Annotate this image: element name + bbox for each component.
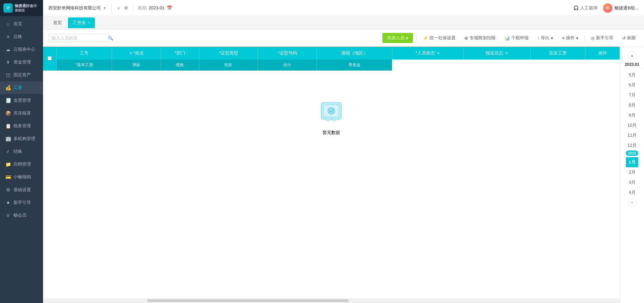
topbar: 西安虾米网络科技有限公司 ▼ ＋ ⚙ 账期 2023-01 📅 🎧 人工咨询 畅… (43, 0, 644, 16)
deduct-icon: ⊕ (464, 36, 468, 41)
separator-2 (584, 35, 585, 41)
sidebar-item-首页[interactable]: ⌂首页 (0, 17, 43, 30)
th-subsidy: 津贴 (112, 59, 161, 71)
empty-text: 暂无数据 (323, 130, 340, 136)
add-person-btn[interactable]: 添加人员 ▾ (382, 33, 413, 43)
month-item-5月[interactable]: 5月 (626, 70, 638, 80)
sidebar-item-多机构管理[interactable]: 🏢多机构管理 (0, 132, 43, 145)
content-area: 🔍 添加人员 ▾ ⚡ 统一社保设置 ⊕ 专项附加扣除 📊 个税申 (43, 30, 644, 303)
scroll-down-btn[interactable]: ▼ (628, 199, 636, 207)
plus-icon: ＋ (116, 5, 121, 11)
sidebar-item-小畅报销[interactable]: 💳小畅报销 (0, 171, 43, 183)
export-btn[interactable]: ↑ 导出 ▾ (535, 33, 556, 43)
month-item-7月[interactable]: 7月 (626, 90, 638, 100)
th-nationality: 国籍（地区） (317, 47, 392, 59)
month-item-10月[interactable]: 10月 (626, 120, 638, 130)
refresh-btn[interactable]: ↺ 刷新 (619, 33, 639, 43)
tax-report-btn[interactable]: 📊 个税申报 (502, 33, 531, 43)
sidebar: 计 畅捷通好会计 旗舰版 ⌂首页≡总账☁云报表中心¥资金管理◫固定资产💰工资🧾发… (0, 0, 43, 303)
table-panel-row: 工号 ⇅ *姓名 *部门 *证型类型 *证型号码 国籍（地区） *人员状态 ▼ (43, 47, 644, 303)
guide-icon: ◎ (591, 36, 595, 41)
th-deduction: 扣款 (199, 59, 258, 71)
sidebar-item-税务管理[interactable]: 📋税务管理 (0, 120, 43, 132)
month-item-2月[interactable]: 2月 (626, 167, 638, 177)
th-report-status: 报送状态 ▼ (463, 47, 531, 59)
add-company-btn[interactable]: ＋ (116, 5, 121, 11)
horizontal-scrollbar[interactable] (43, 298, 620, 303)
customer-service-btn[interactable]: 🎧 人工咨询 (573, 5, 598, 11)
date-picker-panel: ▲ 2023.01 5月6月7月8月9月10月11月12月20231月2月3月4… (620, 47, 644, 303)
th-operate: 操作 (585, 47, 620, 59)
th-idtype: *证型类型 (199, 47, 258, 59)
sidebar-item-基础设置[interactable]: ⚙基础设置 (0, 183, 43, 196)
sidebar-item-云报表中心[interactable]: ☁云报表中心 (0, 43, 43, 56)
sidebar-item-固定资产[interactable]: ◫固定资产 (0, 69, 43, 81)
chevron-down-icon: ▼ (103, 6, 107, 10)
app-edition: 旗舰版 (15, 8, 37, 13)
search-input[interactable] (51, 36, 108, 41)
report-filter-icon[interactable]: ▼ (505, 51, 508, 55)
search-wrap: 🔍 (48, 34, 109, 42)
user-name: 畅捷通B组... (614, 5, 639, 11)
th-performance: 绩效 (161, 59, 199, 71)
salary-table: 工号 ⇅ *姓名 *部门 *证型类型 *证型号码 国籍（地区） *人员状态 ▼ (43, 47, 620, 298)
tax-icon: 📊 (504, 36, 510, 41)
guide-btn[interactable]: ◎ 新手引导 (588, 33, 616, 43)
nav-icon: 📁 (5, 162, 11, 167)
social-security-btn[interactable]: ⚡ 统一社保设置 (420, 33, 458, 43)
period-value: 2023-01 (149, 5, 165, 10)
month-item-4月[interactable]: 4月 (626, 187, 638, 198)
sidebar-item-畅会员[interactable]: V畅会员 (0, 209, 43, 222)
social-icon: ⚡ (423, 36, 428, 41)
nav-icon: 🏢 (5, 136, 11, 141)
th-total: 合计 (258, 59, 317, 71)
empty-illustration (316, 97, 346, 124)
sidebar-item-总账[interactable]: ≡总账 (0, 30, 43, 43)
sidebar-item-发票管理[interactable]: 🧾发票管理 (0, 94, 43, 107)
month-item-6月[interactable]: 6月 (626, 80, 638, 90)
operate-icon: ≡ (562, 36, 565, 41)
nav-icon: 📦 (5, 111, 11, 116)
sidebar-item-新手引导[interactable]: ★新手引导 (0, 196, 43, 209)
month-item-8月[interactable]: 8月 (626, 100, 638, 110)
month-item-9月[interactable]: 9月 (626, 110, 638, 120)
sidebar-item-库存核算[interactable]: 📦库存核算 (0, 107, 43, 120)
operate-btn[interactable]: ≡ 操作 ▾ (559, 33, 581, 43)
table-section: 工号 ⇅ *姓名 *部门 *证型类型 *证型号码 国籍（地区） *人员状态 ▼ (43, 47, 620, 303)
month-item-3月[interactable]: 3月 (626, 177, 638, 187)
month-item-11月[interactable]: 11月 (626, 130, 638, 140)
empty-state: 暂无数据 (43, 71, 620, 163)
sidebar-item-归档管理[interactable]: 📁归档管理 (0, 158, 43, 171)
status-filter-icon[interactable]: ▼ (437, 51, 440, 55)
search-icon: 🔍 (108, 36, 113, 41)
sidebar-nav: ⌂首页≡总账☁云报表中心¥资金管理◫固定资产💰工资🧾发票管理📦库存核算📋税务管理… (0, 16, 43, 303)
scroll-up-btn[interactable]: ▲ (628, 51, 636, 59)
nav-icon: ☁ (5, 47, 11, 52)
sidebar-item-资金管理[interactable]: ¥资金管理 (0, 56, 43, 69)
th-salary-group: 应发工资 (531, 47, 585, 59)
select-all-checkbox[interactable] (47, 56, 52, 60)
sidebar-item-工资[interactable]: 💰工资 (0, 81, 43, 94)
tab-home[interactable]: 首页 (48, 17, 67, 28)
settings-btn[interactable]: ⚙ (124, 5, 128, 10)
month-item-1月[interactable]: 1月 (626, 157, 638, 167)
sidebar-item-结账[interactable]: ✓结账 (0, 145, 43, 158)
nav-icon: 💰 (5, 85, 11, 90)
company-selector[interactable]: 西安虾米网络科技有限公司 ▼ (48, 5, 107, 11)
period-section: 账期 2023-01 📅 (138, 5, 172, 11)
th-pension: 养老金 (317, 59, 392, 71)
logo-icon: 计 (3, 3, 13, 13)
month-item-12月[interactable]: 12月 (626, 140, 638, 150)
tab-close-icon[interactable]: × (88, 20, 90, 25)
empty-state-cell: 暂无数据 (43, 71, 620, 163)
calendar-icon[interactable]: 📅 (167, 5, 172, 10)
headset-icon: 🎧 (573, 5, 579, 10)
th-status: *人员状态 ▼ (392, 47, 463, 59)
special-deduct-btn[interactable]: ⊕ 专项附加扣除 (462, 33, 498, 43)
tab-salary[interactable]: 工资表 × (68, 17, 95, 28)
chevron-down-icon: ▾ (406, 36, 408, 41)
nav-icon: ★ (5, 200, 11, 205)
separator-1 (416, 35, 417, 41)
period-label: 账期 (138, 5, 147, 11)
scrollbar-thumb[interactable] (147, 299, 349, 302)
